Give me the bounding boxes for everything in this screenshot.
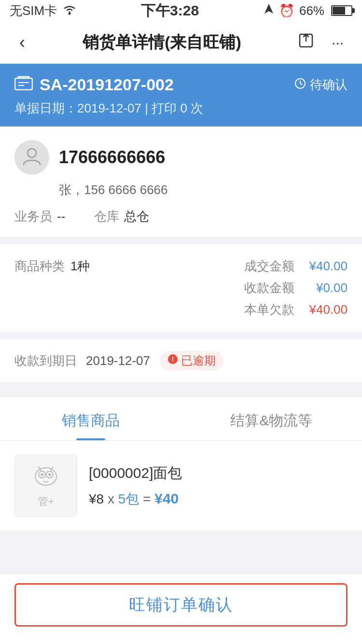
received-row: 收款金额 ¥0.00 <box>244 280 348 296</box>
amount-row: 成交金额 ¥40.00 <box>244 258 348 275</box>
salesperson-label: 业务员 <box>14 208 52 225</box>
status-text: 待确认 <box>310 76 348 93</box>
received-label: 收款金额 <box>244 280 294 296</box>
status-bar: 无SIM卡 下午3:28 ⏰ 66% <box>0 0 362 21</box>
customer-name: 张，156 6666 6666 <box>14 182 348 198</box>
salesperson-value: -- <box>57 209 65 224</box>
tab-sales-products[interactable]: 销售商品 <box>0 397 181 440</box>
nav-actions: ··· <box>294 28 348 56</box>
clock-icon <box>294 78 306 92</box>
overdue-text: 已逾期 <box>181 353 216 368</box>
brand-owl-icon <box>31 463 60 491</box>
type-value: 1种 <box>70 258 90 275</box>
tab-settlement[interactable]: 结算&物流等 <box>181 397 362 440</box>
status-left: 无SIM卡 <box>10 2 76 19</box>
owed-label: 本单欠款 <box>244 301 294 318</box>
battery-percent: 66% <box>299 3 324 18</box>
back-button[interactable]: ‹ <box>14 28 30 57</box>
order-card-icon <box>14 75 33 94</box>
price-unit: ¥8 <box>89 491 104 506</box>
due-date-value: 2019-12-07 <box>86 353 150 368</box>
salesperson-item: 业务员 -- <box>14 208 65 225</box>
wangpu-confirm-button[interactable]: 旺铺订单确认 <box>14 583 348 627</box>
avatar <box>14 140 49 175</box>
customer-row: 17666666666 <box>14 140 348 175</box>
svg-point-6 <box>28 149 36 157</box>
price-equals: = <box>143 491 154 506</box>
thumb-inner: 管+ <box>31 463 60 509</box>
product-item: 管+ [0000002]面包 ¥8 x 5包 = ¥40 <box>0 441 362 531</box>
more-button[interactable]: ··· <box>328 30 348 55</box>
svg-rect-2 <box>15 78 32 90</box>
battery-icon <box>331 5 352 16</box>
customer-meta: 业务员 -- 仓库 总仓 <box>14 208 348 225</box>
order-header: SA-20191207-002 待确认 单据日期：2019-12-07 | 打印… <box>0 64 362 126</box>
received-value: ¥0.00 <box>316 280 348 295</box>
summary-card: 商品种类 1种 成交金额 ¥40.00 收款金额 ¥0.00 本单欠款 ¥40.… <box>0 244 362 332</box>
warehouse-value: 总仓 <box>124 208 149 225</box>
svg-point-13 <box>48 473 51 476</box>
svg-text:!: ! <box>172 355 174 363</box>
product-price-row: ¥8 x 5包 = ¥40 <box>89 490 348 508</box>
product-thumbnail: 管+ <box>14 454 77 517</box>
overdue-badge: ! 已逾期 <box>160 351 223 370</box>
product-info: [0000002]面包 ¥8 x 5包 = ¥40 <box>89 463 348 508</box>
person-icon <box>22 145 42 170</box>
customer-phone: 17666666666 <box>59 147 165 168</box>
order-id: SA-20191207-002 <box>14 75 174 94</box>
plus-label: 管+ <box>38 494 55 509</box>
amount-label: 成交金额 <box>244 258 294 275</box>
share-button[interactable] <box>294 28 318 56</box>
price-multiply: x <box>108 491 118 506</box>
wifi-icon <box>63 3 76 18</box>
warehouse-item: 仓库 总仓 <box>94 208 149 225</box>
alarm-icon: ⏰ <box>279 3 294 18</box>
svg-point-0 <box>69 12 71 14</box>
carrier-text: 无SIM卡 <box>10 2 57 19</box>
order-status: 待确认 <box>294 76 348 93</box>
location-icon <box>264 3 274 19</box>
product-name: [0000002]面包 <box>89 463 348 483</box>
amount-value: ¥40.00 <box>309 259 348 274</box>
tabs-bar: 销售商品 结算&物流等 <box>0 397 362 441</box>
type-label: 商品种类 <box>14 258 65 275</box>
price-total: ¥40 <box>154 490 179 506</box>
status-time: 下午3:28 <box>141 1 199 21</box>
amounts: 成交金额 ¥40.00 收款金额 ¥0.00 本单欠款 ¥40.00 <box>244 258 348 318</box>
price-qty: 5包 <box>118 491 139 506</box>
order-id-row: SA-20191207-002 待确认 <box>14 75 348 94</box>
page-title: 销货单详情(来自旺铺) <box>83 31 241 54</box>
customer-card: 17666666666 张，156 6666 6666 业务员 -- 仓库 总仓 <box>0 126 362 237</box>
status-right: ⏰ 66% <box>264 3 352 19</box>
order-date: 单据日期：2019-12-07 | 打印 0 次 <box>14 100 348 117</box>
warehouse-label: 仓库 <box>94 208 119 225</box>
product-list: 管+ [0000002]面包 ¥8 x 5包 = ¥40 <box>0 441 362 531</box>
owed-row: 本单欠款 ¥40.00 <box>244 301 348 318</box>
bottom-bar: 旺铺订单确认 <box>0 573 362 644</box>
owed-value: ¥40.00 <box>309 302 348 317</box>
section-divider <box>0 390 362 397</box>
due-label: 收款到期日 <box>14 352 77 369</box>
due-date-card: 收款到期日 2019-12-07 ! 已逾期 <box>0 339 362 382</box>
svg-point-12 <box>41 473 43 476</box>
product-type: 商品种类 1种 <box>14 258 90 275</box>
nav-bar: ‹ 销货单详情(来自旺铺) ··· <box>0 21 362 64</box>
warning-icon: ! <box>167 354 178 367</box>
